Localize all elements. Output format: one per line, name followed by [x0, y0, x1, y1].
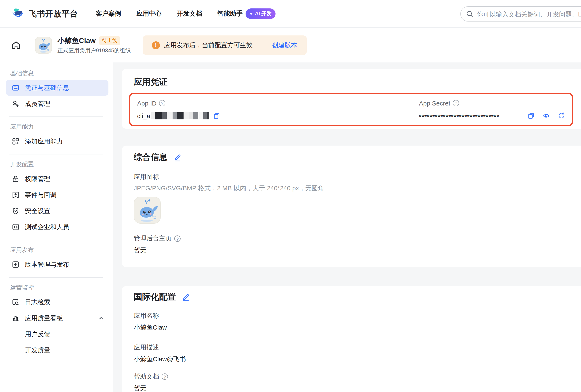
sidebar-item-add-capability[interactable]: 添加应用能力: [6, 133, 108, 149]
app-name: 小鲸鱼Claw: [58, 36, 96, 46]
sidebar-item-permissions[interactable]: 权限管理: [6, 171, 108, 187]
code-square-icon: [12, 223, 20, 231]
app-desc-value: 小鲸鱼Claw@飞书: [134, 355, 575, 363]
sidebar-item-label: 版本管理与发布: [25, 260, 69, 268]
app-subtitle: 正式应用@用户919345的组织: [58, 47, 130, 54]
log-search-icon: [12, 298, 20, 306]
sidebar-item-label: 测试企业和人员: [25, 223, 69, 231]
app-secret-masked-value: ******************************: [419, 111, 499, 120]
edit-pencil-icon[interactable]: [174, 153, 182, 162]
copy-icon[interactable]: [213, 112, 220, 119]
user-add-icon: [12, 100, 20, 108]
sidebar-section-basic-info: 基础信息: [10, 69, 102, 77]
help-doc-value: 暂无: [134, 384, 575, 392]
sidebar-item-log-search[interactable]: 日志检索: [6, 294, 108, 310]
upload-square-icon: [12, 261, 20, 268]
app-name-value: 小鲸鱼Claw: [134, 324, 575, 332]
nav-menu: 客户案例 应用中心 开发文档 智能助手 AI 开发: [96, 8, 276, 19]
sidebar-item-label: 凭证与基础信息: [25, 84, 69, 92]
brand-title: 飞书开放平台: [29, 8, 78, 19]
sidebar-item-label: 成员管理: [25, 100, 50, 108]
app-id-redacted: [151, 112, 209, 119]
sidebar-item-label: 事件与回调: [25, 191, 56, 199]
help-circle-icon[interactable]: [174, 236, 180, 242]
global-search[interactable]: [460, 6, 581, 22]
sidebar-item-label: 开发质量: [25, 346, 50, 354]
sidebar-section-dev-config: 开发配置: [10, 160, 102, 168]
grid-add-icon: [12, 138, 20, 145]
nav-item-assistant[interactable]: 智能助手 AI 开发: [217, 8, 276, 19]
credentials-card: 应用凭证 App ID cli_a: [122, 69, 581, 129]
feishu-logo-icon: [10, 6, 24, 21]
search-input[interactable]: [477, 10, 581, 18]
sidebar-item-version-release[interactable]: 版本管理与发布: [6, 256, 108, 272]
app-icon-hint: JPEG/PNG/SVG/BMP 格式，2 MB 以内，大于 240*240 p…: [134, 184, 575, 192]
sidebar-item-events[interactable]: 事件与回调: [6, 187, 108, 203]
help-circle-icon[interactable]: [159, 100, 166, 106]
sidebar-item-label: 应用质量看板: [25, 314, 63, 322]
credentials-title: 应用凭证: [134, 76, 575, 88]
search-icon: [466, 10, 474, 18]
sidebar-section-monitoring: 运营监控: [10, 283, 102, 292]
banner-text: 应用发布后，当前配置方可生效: [164, 41, 252, 49]
nav-item-app-center[interactable]: 应用中心: [136, 10, 162, 18]
lock-icon: [12, 175, 20, 183]
refresh-icon[interactable]: [558, 112, 565, 119]
chevron-up-icon[interactable]: [98, 315, 104, 321]
sidebar-item-test-company[interactable]: 测试企业和人员: [6, 219, 108, 235]
sidebar-item-members[interactable]: 成员管理: [6, 96, 108, 112]
divider: [9, 154, 103, 154]
create-version-link[interactable]: 创建版本: [272, 41, 297, 49]
app-secret-label: App Secret: [419, 99, 450, 106]
app-id-label: App ID: [137, 99, 156, 106]
app-secret-block: App Secret *****************************…: [419, 98, 565, 121]
shield-check-icon: [12, 207, 20, 215]
app-icon-label: 应用图标: [134, 173, 159, 181]
bookmark-plus-icon: [12, 191, 20, 199]
sidebar-item-label: 日志检索: [25, 298, 50, 306]
copy-icon[interactable]: [528, 112, 534, 119]
divider: [9, 116, 103, 117]
home-icon[interactable]: [11, 40, 21, 50]
i18n-config-title: 国际化配置: [134, 291, 176, 302]
admin-home-label: 管理后台主页: [134, 234, 172, 243]
sidebar-section-release: 应用发布: [10, 246, 102, 254]
nav-item-cases[interactable]: 客户案例: [96, 10, 121, 18]
app-icon-preview[interactable]: [134, 197, 161, 224]
app-desc-label: 应用描述: [134, 344, 159, 352]
ai-dev-badge[interactable]: AI 开发: [246, 8, 276, 19]
sidebar: 基础信息 凭证与基础信息 成员管理 应用能力: [0, 62, 113, 392]
sidebar-item-label: 添加应用能力: [25, 137, 63, 145]
sidebar-item-dev-quality[interactable]: 开发质量: [0, 342, 113, 358]
sidebar-item-security[interactable]: 安全设置: [6, 203, 108, 219]
sidebar-section-capabilities: 应用能力: [10, 122, 102, 131]
warning-icon: [152, 41, 160, 49]
sidebar-item-quality-dashboard[interactable]: 应用质量看板: [6, 310, 108, 326]
divider: [9, 240, 103, 240]
publish-warning-banner: 应用发布后，当前配置方可生效 创建版本: [142, 36, 306, 55]
top-navigation: 飞书开放平台 客户案例 应用中心 开发文档 智能助手 AI 开发: [0, 0, 581, 28]
help-doc-label: 帮助文档: [134, 372, 159, 380]
brand[interactable]: 飞书开放平台: [10, 6, 78, 21]
sidebar-item-label: 安全设置: [25, 207, 50, 215]
general-info-title: 综合信息: [134, 152, 168, 163]
credentials-highlight-box: App ID cli_a: [129, 93, 573, 126]
app-id-value: cli_a: [137, 112, 150, 119]
content: 基础信息 凭证与基础信息 成员管理 应用能力: [0, 62, 581, 392]
main-panel: 应用凭证 App ID cli_a: [113, 62, 581, 392]
admin-home-value: 暂无: [134, 246, 575, 254]
app-header-bar: 小鲸鱼Claw 待上线 正式应用@用户919345的组织 应用发布后，当前配置方…: [0, 28, 581, 62]
app-avatar[interactable]: [35, 37, 52, 54]
sidebar-item-user-feedback[interactable]: 用户反馈: [0, 326, 113, 342]
help-circle-icon[interactable]: [453, 100, 459, 106]
app-name-label: 应用名称: [134, 312, 159, 320]
nav-item-docs[interactable]: 开发文档: [177, 10, 202, 18]
i18n-config-card: 国际化配置 应用名称 小鲸鱼Claw 应用描述 小鲸鱼Claw@飞书 帮助文档: [122, 286, 581, 392]
divider: [28, 39, 28, 51]
help-circle-icon[interactable]: [162, 374, 168, 380]
eye-icon[interactable]: [542, 112, 550, 119]
status-badge: 待上线: [99, 36, 120, 45]
sidebar-item-label: 权限管理: [25, 175, 50, 183]
edit-pencil-icon[interactable]: [182, 293, 190, 301]
sidebar-item-credentials[interactable]: 凭证与基础信息: [6, 80, 108, 96]
